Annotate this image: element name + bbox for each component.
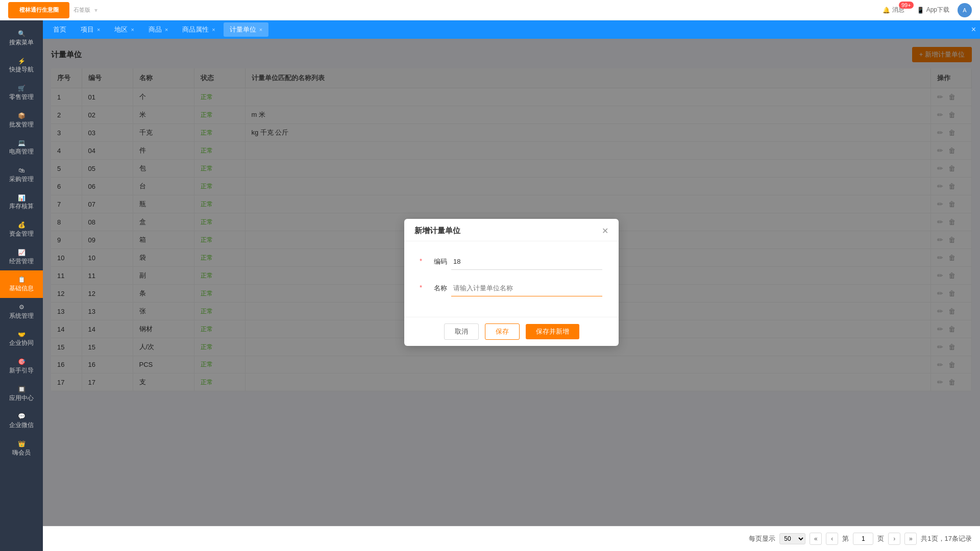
first-page-button[interactable]: « — [810, 533, 822, 545]
page-label-prefix: 第 — [842, 534, 849, 543]
save-button[interactable]: 保存 — [485, 323, 520, 340]
save-new-button[interactable]: 保存并新增 — [526, 324, 579, 339]
app-center-icon: 🔲 — [2, 385, 41, 394]
form-row-name: 名称 — [421, 280, 602, 296]
sidebar-item-member[interactable]: 👑 嗨会员 — [0, 435, 43, 462]
prev-page-button[interactable]: ‹ — [826, 533, 838, 545]
inventory-icon: 📊 — [2, 194, 41, 203]
wechat-icon: 💬 — [2, 412, 41, 421]
page-content: 计量单位 + 新增计量单位 序号 编号 名称 状态 计量单位匹配的名称列表 操作 — [43, 39, 980, 526]
top-header: 橙林通行生意圈 石签版 ▾ 🔔 消息 99+ 📱 App下载 A — [0, 0, 980, 20]
tab-project-close[interactable]: × — [97, 27, 100, 33]
app-download-button[interactable]: 📱 App下载 — [917, 6, 949, 14]
app-download-label: App下载 — [926, 6, 949, 14]
sidebar-app-center-label: 应用中心 — [2, 394, 41, 403]
sidebar-item-quicknav[interactable]: ⚡ 快捷导航 — [0, 52, 43, 80]
tab-region-close[interactable]: × — [131, 27, 134, 33]
cancel-button[interactable]: 取消 — [444, 323, 479, 340]
tabs-bar: 首页 项目 × 地区 × 商品 × 商品属性 × 计量单位 × × — [43, 20, 980, 39]
sidebar-item-basic[interactable]: 📋 基础信息 — [0, 270, 43, 298]
sidebar-ecommerce-label: 电商管理 — [2, 147, 41, 156]
tab-product-attr-label: 商品属性 — [182, 25, 209, 34]
purchase-icon: 🛍 — [2, 166, 41, 175]
name-input[interactable] — [451, 280, 602, 296]
tab-product-close[interactable]: × — [165, 27, 168, 33]
modal-overlay: 新增计量单位 ✕ 编码 名称 取消 — [43, 39, 980, 526]
modal-body: 编码 名称 — [404, 241, 619, 317]
modal-footer: 取消 保存 保存并新增 — [404, 317, 619, 346]
sidebar-item-wholesale[interactable]: 📦 批发管理 — [0, 107, 43, 134]
sidebar-system-label: 系统管理 — [2, 312, 41, 320]
sidebar: 🔍 搜索菜单 ⚡ 快捷导航 🛒 零售管理 📦 批发管理 💻 电商管理 🛍 采购管… — [0, 20, 43, 551]
ecommerce-icon: 💻 — [2, 139, 41, 147]
tab-region-label: 地区 — [114, 25, 128, 34]
tab-region[interactable]: 地区 × — [108, 22, 140, 37]
last-page-button[interactable]: » — [904, 533, 917, 545]
sidebar-item-finance[interactable]: 💰 资金管理 — [0, 216, 43, 243]
modal-header: 新增计量单位 ✕ — [404, 219, 619, 241]
add-unit-modal: 新增计量单位 ✕ 编码 名称 取消 — [404, 219, 619, 346]
tab-product[interactable]: 商品 × — [142, 22, 174, 37]
sidebar-item-collab[interactable]: 🤝 企业协同 — [0, 325, 43, 353]
sidebar-item-system[interactable]: ⚙ 系统管理 — [0, 298, 43, 325]
page-number-input[interactable] — [853, 533, 873, 545]
tab-unit[interactable]: 计量单位 × — [224, 22, 268, 37]
sidebar-inventory-label: 库存核算 — [2, 202, 41, 211]
code-input[interactable] — [451, 254, 602, 270]
tab-project-label: 项目 — [81, 25, 94, 34]
sidebar-item-guide[interactable]: 🎯 新手引导 — [0, 353, 43, 380]
search-icon: 🔍 — [2, 30, 41, 38]
sidebar-wechat-label: 企业微信 — [2, 421, 41, 430]
expand-icon[interactable]: ▾ — [94, 7, 97, 14]
total-label: 共1页，17条记录 — [921, 534, 972, 543]
phone-icon: 📱 — [917, 7, 924, 14]
sidebar-collab-label: 企业协同 — [2, 339, 41, 347]
modal-close-button[interactable]: ✕ — [602, 226, 608, 236]
sidebar-purchase-label: 采购管理 — [2, 175, 41, 184]
sidebar-wholesale-label: 批发管理 — [2, 120, 41, 129]
main-layout: 🔍 搜索菜单 ⚡ 快捷导航 🛒 零售管理 📦 批发管理 💻 电商管理 🛍 采购管… — [0, 20, 980, 551]
tab-product-label: 商品 — [149, 25, 162, 34]
sidebar-finance-label: 资金管理 — [2, 230, 41, 238]
pagination-bar: 每页显示 50 10 20 100 « ‹ 第 页 › » 共1页，17条记录 — [43, 526, 980, 551]
logo: 橙林通行生意圈 — [8, 2, 69, 18]
tab-home[interactable]: 首页 — [47, 22, 72, 37]
sidebar-item-inventory[interactable]: 📊 库存核算 — [0, 189, 43, 216]
tab-product-attr-close[interactable]: × — [212, 27, 215, 33]
sidebar-item-operation[interactable]: 📈 经营管理 — [0, 243, 43, 271]
form-row-code: 编码 — [421, 254, 602, 270]
sidebar-item-purchase[interactable]: 🛍 采购管理 — [0, 161, 43, 189]
tab-product-attr[interactable]: 商品属性 × — [176, 22, 221, 37]
operation-icon: 📈 — [2, 248, 41, 257]
sidebar-item-search[interactable]: 🔍 搜索菜单 — [0, 24, 43, 52]
message-count: 99+ — [899, 2, 914, 9]
collab-icon: 🤝 — [2, 331, 41, 339]
sidebar-item-app-center[interactable]: 🔲 应用中心 — [0, 380, 43, 408]
avatar[interactable]: A — [958, 3, 972, 17]
wholesale-icon: 📦 — [2, 112, 41, 120]
code-label: 编码 — [421, 257, 451, 266]
quicknav-icon: ⚡ — [2, 57, 41, 66]
content-area: 首页 项目 × 地区 × 商品 × 商品属性 × 计量单位 × × — [43, 20, 980, 551]
sidebar-guide-label: 新手引导 — [2, 366, 41, 375]
message-badge[interactable]: 🔔 消息 99+ — [883, 6, 909, 14]
sidebar-retail-label: 零售管理 — [2, 93, 41, 102]
sidebar-operation-label: 经营管理 — [2, 257, 41, 266]
sidebar-item-retail[interactable]: 🛒 零售管理 — [0, 79, 43, 107]
name-label: 名称 — [421, 284, 451, 293]
finance-icon: 💰 — [2, 221, 41, 230]
header-right: 🔔 消息 99+ 📱 App下载 A — [883, 3, 972, 17]
sidebar-item-ecommerce[interactable]: 💻 电商管理 — [0, 134, 43, 161]
page-size-select[interactable]: 50 10 20 100 — [779, 533, 805, 544]
next-page-button[interactable]: › — [888, 533, 900, 545]
system-icon: ⚙ — [2, 303, 41, 312]
tab-unit-close[interactable]: × — [259, 27, 262, 33]
basic-icon: 📋 — [2, 276, 41, 284]
bell-icon: 🔔 — [883, 7, 890, 14]
logo-area: 橙林通行生意圈 石签版 ▾ — [8, 2, 97, 18]
sidebar-item-wechat[interactable]: 💬 企业微信 — [0, 407, 43, 435]
page-label-suffix: 页 — [877, 534, 884, 543]
tab-project[interactable]: 项目 × — [75, 22, 106, 37]
page-size-label: 每页显示 — [749, 534, 775, 543]
close-all-tabs-button[interactable]: × — [971, 25, 976, 34]
